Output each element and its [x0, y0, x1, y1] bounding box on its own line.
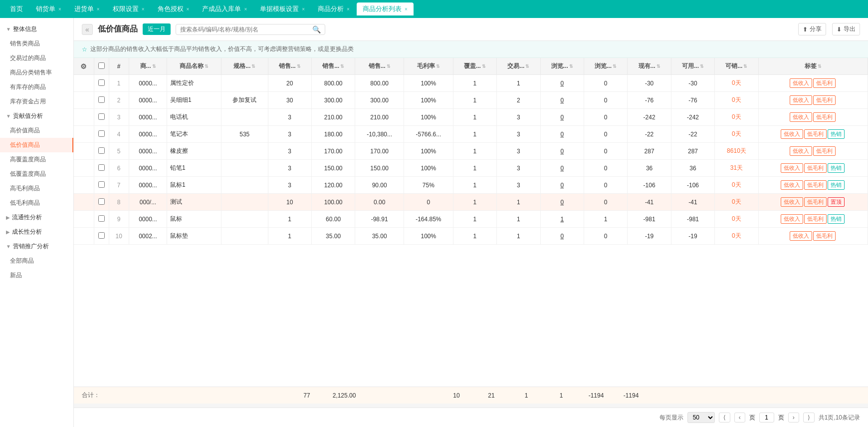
browse1-link[interactable]: 0: [560, 80, 564, 87]
share-button[interactable]: ⬆ 分享: [798, 23, 826, 35]
cell-checkbox[interactable]: [94, 109, 109, 126]
browse1-link[interactable]: 0: [560, 97, 564, 104]
browse1-link[interactable]: 0: [560, 199, 564, 206]
th-code[interactable]: 商...⇅: [129, 58, 167, 75]
horizontal-scrollbar[interactable]: [74, 404, 868, 408]
nav-close-analysis[interactable]: ×: [347, 6, 350, 12]
sidebar-group-circulation[interactable]: ▶ 流通性分析: [0, 210, 73, 225]
sidebar-item-low-margin[interactable]: 低毛利商品: [0, 196, 73, 210]
nav-item-home[interactable]: 首页: [4, 2, 29, 15]
time-filter-button[interactable]: 近一月: [143, 23, 171, 35]
th-sellable[interactable]: 可销...⇅: [715, 58, 758, 75]
cell-checkbox[interactable]: [94, 177, 109, 194]
th-browse1[interactable]: 浏览...⇅: [540, 58, 584, 75]
th-tags[interactable]: 标签⇅: [758, 58, 868, 75]
cell-checkbox[interactable]: [94, 92, 109, 109]
nav-close-purchase[interactable]: ×: [97, 6, 100, 12]
row-checkbox[interactable]: [98, 79, 105, 86]
page-input[interactable]: [759, 413, 774, 423]
th-stock[interactable]: 现有...⇅: [628, 58, 671, 75]
th-available[interactable]: 可用...⇅: [671, 58, 714, 75]
sidebar-item-high-coverage[interactable]: 高覆盖度商品: [0, 152, 73, 167]
sidebar-item-capital-usage[interactable]: 库存资金占用: [0, 94, 73, 109]
prev-page-button[interactable]: ‹: [734, 413, 745, 423]
last-page-button[interactable]: ⟩: [803, 413, 815, 423]
sidebar-item-new-goods[interactable]: 新品: [0, 268, 73, 283]
sidebar-group-contribution[interactable]: ▼ 贡献值分析: [0, 109, 73, 123]
cell-browse1[interactable]: 0: [540, 228, 584, 245]
table-area[interactable]: ⚙ # 商...⇅ 商品名称⇅ 规格...⇅ 销售...⇅ 销售...⇅ 销售.…: [74, 58, 868, 387]
cell-browse1[interactable]: 0: [540, 75, 584, 92]
search-icon[interactable]: 🔍: [312, 25, 321, 33]
row-checkbox[interactable]: [98, 164, 105, 171]
sidebar-item-category-rate[interactable]: 商品分类销售率: [0, 65, 73, 80]
browse1-link[interactable]: 0: [560, 165, 564, 172]
sidebar-group-growth[interactable]: ▶ 成长性分析: [0, 225, 73, 239]
row-checkbox[interactable]: [98, 130, 105, 137]
nav-close-analysis-list[interactable]: ×: [405, 6, 408, 12]
row-checkbox[interactable]: [98, 147, 105, 154]
search-input[interactable]: [180, 26, 310, 33]
row-checkbox[interactable]: [98, 232, 105, 239]
cell-browse1[interactable]: 0: [540, 160, 584, 177]
th-name[interactable]: 商品名称⇅: [167, 58, 221, 75]
sidebar-item-sales-goods[interactable]: 销售类商品: [0, 36, 73, 51]
row-checkbox[interactable]: [98, 215, 105, 222]
cell-browse1[interactable]: 0: [540, 143, 584, 160]
cell-checkbox[interactable]: [94, 211, 109, 228]
browse1-link[interactable]: 1: [560, 216, 564, 223]
next-page-button[interactable]: ›: [788, 413, 799, 423]
th-coverage[interactable]: 覆盖...⇅: [453, 58, 496, 75]
cell-browse1[interactable]: 0: [540, 92, 584, 109]
cell-checkbox[interactable]: [94, 160, 109, 177]
cell-checkbox[interactable]: [94, 143, 109, 160]
cell-checkbox[interactable]: [94, 75, 109, 92]
cell-browse1[interactable]: 0: [540, 194, 584, 211]
row-checkbox[interactable]: [98, 113, 105, 120]
sidebar-item-high-margin[interactable]: 高毛利商品: [0, 181, 73, 196]
browse1-link[interactable]: 0: [560, 182, 564, 189]
th-trade[interactable]: 交易...⇅: [497, 58, 540, 75]
row-checkbox[interactable]: [98, 198, 105, 205]
nav-item-roles[interactable]: 角色授权 ×: [152, 2, 196, 15]
cell-checkbox[interactable]: [94, 126, 109, 143]
nav-close-template[interactable]: ×: [302, 6, 305, 12]
nav-item-sales[interactable]: 销货单 ×: [30, 2, 67, 15]
nav-close-permissions[interactable]: ×: [142, 6, 145, 12]
nav-item-purchase[interactable]: 进货单 ×: [68, 2, 106, 15]
row-checkbox[interactable]: [98, 96, 105, 103]
cell-browse1[interactable]: 0: [540, 177, 584, 194]
sidebar-item-traded-goods[interactable]: 交易过的商品: [0, 51, 73, 65]
th-settings[interactable]: ⚙: [74, 58, 94, 75]
sidebar-item-low-coverage[interactable]: 低覆盖度商品: [0, 167, 73, 181]
nav-item-inbound[interactable]: 产成品入库单 ×: [196, 2, 253, 15]
cell-browse1[interactable]: 0: [540, 109, 584, 126]
settings-icon[interactable]: ⚙: [80, 62, 87, 70]
nav-close-roles[interactable]: ×: [187, 6, 190, 12]
th-gross-rate[interactable]: 毛利率⇅: [404, 58, 453, 75]
sidebar-group-marketing[interactable]: ▼ 营销推广分析: [0, 239, 73, 254]
export-button[interactable]: ⬇ 导出: [832, 23, 860, 35]
nav-close-inbound[interactable]: ×: [244, 6, 247, 12]
cell-browse1[interactable]: 1: [540, 211, 584, 228]
nav-item-analysis[interactable]: 商品分析 ×: [312, 2, 356, 15]
browse1-link[interactable]: 0: [560, 148, 564, 155]
th-sales-qty[interactable]: 销售...⇅: [268, 58, 311, 75]
th-sales-cost[interactable]: 销售...⇅: [355, 58, 404, 75]
cell-checkbox[interactable]: [94, 228, 109, 245]
first-page-button[interactable]: ⟨: [719, 413, 730, 423]
sidebar-group-overall[interactable]: ▼ 整体信息: [0, 22, 73, 36]
sidebar-item-low-value[interactable]: 低价值商品: [0, 138, 73, 152]
cell-checkbox[interactable]: [94, 194, 109, 211]
th-checkbox[interactable]: [94, 58, 109, 75]
cell-browse1[interactable]: 0: [540, 126, 584, 143]
th-spec[interactable]: 规格...⇅: [221, 58, 268, 75]
collapse-button[interactable]: «: [82, 24, 93, 35]
select-all-checkbox[interactable]: [98, 62, 105, 69]
browse1-link[interactable]: 0: [560, 233, 564, 240]
nav-item-analysis-list[interactable]: 商品分析列表 ×: [357, 2, 414, 15]
browse1-link[interactable]: 0: [560, 131, 564, 138]
sidebar-item-all-goods[interactable]: 全部商品: [0, 254, 73, 268]
sidebar-item-stocked-goods[interactable]: 有库存的商品: [0, 80, 73, 94]
sidebar-item-high-value[interactable]: 高价值商品: [0, 123, 73, 138]
